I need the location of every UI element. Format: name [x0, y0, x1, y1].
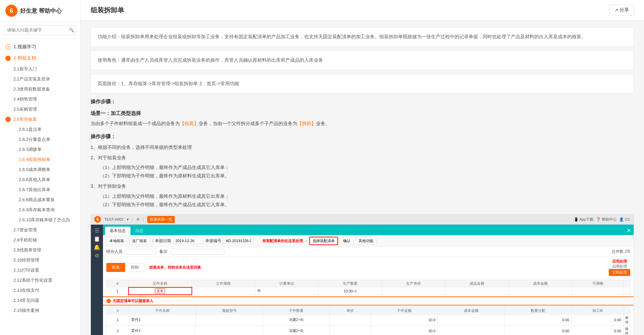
ss-no-input[interactable] [223, 238, 254, 244]
ss-confirm-btn[interactable]: 确认 [340, 237, 354, 245]
ss-person-label: 经办人员 [106, 249, 122, 255]
sidebar-item-2-15[interactable]: 2.15操作案例 [0, 305, 80, 316]
table-header-row: # 父件名称 父件规格 计量单位 生产数量 生产单价 成品金额 成本金额 可调整 [107, 280, 630, 287]
ss-factory-btn[interactable]: 送厂组装 [129, 237, 150, 245]
scene1-steps-title: 操作步骤： [91, 133, 634, 140]
scene1-title: 场景一：加工类型选择 [91, 110, 634, 117]
ss-new-btn[interactable]: 新建单据一览 [147, 216, 175, 223]
sidebar-item-2-3[interactable]: 2.3使用前数据准备 [0, 84, 80, 94]
ss-ann4-area: 启用处理 启用处理 立即处理 [609, 259, 630, 276]
steps-title: 操作步骤： [91, 99, 634, 105]
collapse-icon: − [5, 56, 11, 61]
main-content: 组装拆卸单 ↗ 分享 功能介绍：组装拆卸单用来处理企业组装或拆卸等加工业务，支持… [80, 0, 644, 335]
ss-mid-label: ⬤ [106, 298, 111, 303]
sidebar-item-label: 2.帮助文档 [13, 55, 36, 61]
sidebar-item-2-12[interactable]: 2.12系统个性化设置 [0, 275, 80, 285]
ss-save-btn[interactable]: 本地组装 [106, 237, 127, 245]
logo-text: 好生意 帮助中心 [20, 7, 62, 15]
ss-upper-table-area: # 父件名称 父件规格 计量单位 生产数量 生产单价 成品金额 成本金额 可调整 [103, 278, 634, 296]
sidebar-item-2-5[interactable]: 2.5采购管理 [0, 104, 80, 114]
search-input[interactable] [4, 25, 66, 35]
sidebar-item-2-6-10[interactable]: 2.6.10库存账本错了怎么办 [3, 215, 80, 225]
sidebar-item-2-11[interactable]: 2.11打印设置 [0, 265, 80, 275]
ss-tab2[interactable]: 日志 [130, 227, 148, 235]
screenshot: 6 TEST-H002 ▾ | ⟳ | 新建单据一览 📱 App下载 ❓ 帮助中… [91, 214, 634, 335]
ss-other-btn[interactable]: 其他功能 [356, 237, 376, 245]
feature-intro: 功能介绍：组装拆卸单用来处理企业组装或拆卸等加工业务，支持有固定装配清单的产品加… [91, 27, 634, 47]
ss-nav-icon2: 📋 [94, 236, 100, 242]
ss-upper-thead: # 父件名称 父件规格 计量单位 生产数量 生产单价 成品金额 成本金额 可调整 [107, 280, 630, 287]
ss-type-assemble-btn[interactable]: 组装 [106, 263, 125, 272]
sidebar-item-2-1[interactable]: 2.1新手入门 [0, 64, 80, 74]
ss-count-label: 总件数 2/5 [611, 249, 630, 255]
ss-ann3-text: 组装业务、拆卸业务在这里切换 [149, 265, 201, 270]
expand-icon: + [5, 44, 11, 50]
ss-tabs: 基本信息 日志 ✕ [103, 225, 634, 235]
ss-user-icon: 👤 CC [619, 217, 630, 222]
ss-no-label: 单据编号 [205, 238, 221, 244]
feature-text: 功能介绍：组装拆卸单用来处理企业组装或拆卸等加工业务，支持有固定装配清单的产品加… [98, 34, 586, 39]
nav-section-video: + 1.视频学习 [0, 41, 80, 53]
ss-ann4-text: 启用处理 [612, 259, 627, 264]
ss-body: ☰ 📋 🔔 ⚙ 基本信息 日志 ✕ [91, 225, 634, 335]
sidebar-item-2-9[interactable]: 2.9优惠券管理 [0, 245, 80, 255]
sidebar-item-2-6-1[interactable]: 2.6.1盘点单 [3, 124, 80, 134]
logo-icon: 6 [5, 5, 17, 17]
step3: 3、对于拆卸业务 [91, 182, 634, 190]
sidebar-item-2-13[interactable]: 2.13在线支付 [0, 285, 80, 295]
sidebar-item-2-10[interactable]: 2.10经营管理 [0, 255, 80, 265]
step3-sub1: （1）上部明细为父件明细，最终作为原材料生成其它出库单； [91, 192, 634, 201]
ss-lower-thead: # 子件名称 规格型号 子件数量 单价 子件金额 成本金额 数量分配 加工M [107, 307, 630, 314]
sidebar-item-2-6-9[interactable]: 2.6.9库存账本查询 [3, 205, 80, 215]
sidebar-item-2-6-4[interactable]: 2.6.4组装拆卸单 [3, 155, 80, 165]
screenshot-inner: 6 TEST-H002 ▾ | ⟳ | 新建单据一览 📱 App下载 ❓ 帮助中… [91, 215, 634, 335]
table-header-row: # 子件名称 规格型号 子件数量 单价 子件金额 成本金额 数量分配 加工M [107, 307, 630, 314]
sidebar-item-2-6-7[interactable]: 2.6.7其他出库单 [3, 185, 80, 195]
step2-sub1: （1）上部明细为父件明细，最终作为产成品生成其它入库单； [91, 163, 634, 172]
ss-divider1: | [132, 217, 133, 221]
sidebar-item-docs[interactable]: − 2.帮助文档 [0, 53, 80, 64]
sidebar-item-2-6-8[interactable]: 2.6.8商品成本重算 [3, 195, 80, 205]
ss-enable-btn[interactable]: 立即处理 [609, 269, 630, 276]
ss-nav-icon1: ☰ [95, 227, 99, 234]
ss-date-input[interactable] [173, 238, 203, 244]
sidebar-item-2-6-5[interactable]: 2.6.5成本调整单 [3, 165, 80, 175]
ss-bom-btn[interactable]: 选择装配清单 [309, 237, 338, 245]
step2-sub2: （2）下部明细为子件明细，最终作为原材料生成其它出库单。 [91, 172, 634, 180]
sidebar-item-2-7[interactable]: 2.7资金管理 [0, 225, 80, 235]
sidebar-item-2-8[interactable]: 2.8手机旺铺 [0, 235, 80, 245]
nav-list: + 1.视频学习 − 2.帮助文档 2.1新手入门 2.2产品安装及登录 2.3… [0, 39, 80, 335]
sidebar-item-2-14[interactable]: 2.14常见问题 [0, 295, 80, 305]
ss-type-buttons: 组装 拆卸 [106, 263, 145, 272]
share-button[interactable]: ↗ 分享 [609, 5, 634, 15]
sidebar-item-2-4[interactable]: 2.4销售管理 [0, 94, 80, 104]
ss-ann1-area: 有装配清单的在这里处理 → 选择装配清单 [262, 237, 338, 245]
sidebar-item-2-6[interactable]: − 2.6库存核算 [0, 114, 80, 124]
logo-area: 6 好生意 帮助中心 [0, 0, 80, 22]
ss-toolbar: 本地组装 送厂组装 | 单据日期 单据编号 有装配清单的在这里处理 → [103, 235, 634, 247]
ss-lower-table-area: # 子件名称 规格型号 子件数量 单价 子件金额 成本金额 数量分配 加工M [103, 305, 634, 335]
content-area: 功能介绍：组装拆卸单用来处理企业组装或拆卸等加工业务，支持有固定装配清单的产品加… [80, 20, 644, 335]
ss-remark-input[interactable] [171, 249, 224, 255]
role-intro: 使用角色：通常由生产人员或库管人员完成拆装业务的操作，库管人员确认原材料的出库和… [91, 51, 634, 70]
ss-type-disassemble-btn[interactable]: 拆卸 [125, 263, 145, 272]
scene1-desc1: 当由多个子件材料组装成一个成品的业务为【组装】业务，当由一个父件拆分成多个子产品… [91, 119, 634, 128]
share-icon: ↗ [614, 8, 618, 13]
ss-tab-active[interactable]: 基本信息 [105, 227, 130, 235]
ss-mid-bar: ⬤ 无固定清单可以随意录入 [103, 296, 634, 305]
ss-remark-label: 备注 [159, 249, 167, 255]
sidebar-item-video[interactable]: + 1.视频学习 [0, 41, 80, 53]
ss-person-input[interactable] [126, 249, 156, 255]
sidebar-item-2-2[interactable]: 2.2产品安装及登录 [0, 74, 80, 84]
ss-bom-tag: 关木 [155, 288, 165, 293]
sidebar-item-2-6-2[interactable]: 2.6.2分量盘点单 [3, 134, 80, 145]
sidebar-item-2-6-3[interactable]: 2.6.3调拨单 [3, 145, 80, 155]
sidebar: 6 好生意 帮助中心 🔍 + 1.视频学习 − 2.帮助文档 2.1新手入门 2… [0, 0, 80, 335]
ss-logo: 6 [94, 216, 101, 223]
ss-nav-icon3: 🔔 [94, 244, 100, 250]
ss-type-area: 组装 拆卸 组装业务、拆卸业务在这里切换 启用处理 启用处理 立即处理 [103, 257, 634, 278]
sidebar-item-2-6-6[interactable]: 2.6.6其他入库单 [3, 175, 80, 185]
share-label: 分享 [620, 7, 629, 13]
search-button[interactable]: 🔍 [66, 25, 76, 35]
ss-close-btn[interactable]: ✕ [624, 226, 634, 235]
